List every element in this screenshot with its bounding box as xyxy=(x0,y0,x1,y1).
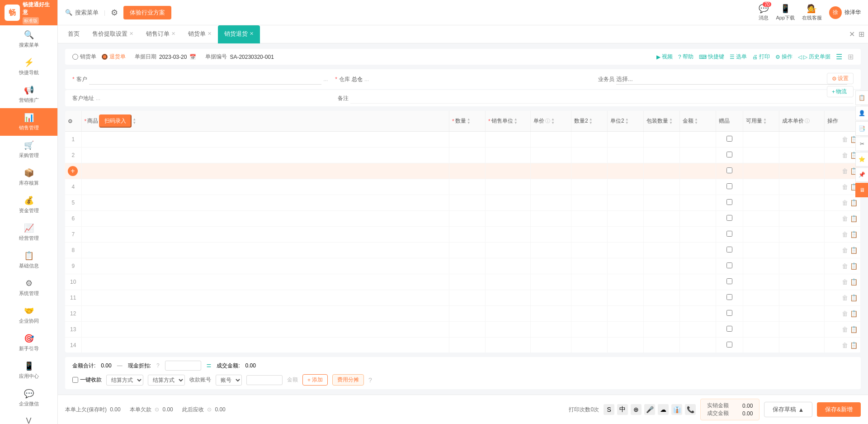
price-cell[interactable] xyxy=(531,179,571,195)
available-cell[interactable] xyxy=(743,274,779,290)
cost-price-cell[interactable] xyxy=(779,211,825,227)
gift-checkbox[interactable] xyxy=(726,294,732,300)
cost-price-cell[interactable] xyxy=(779,179,825,195)
right-btn-7[interactable]: 🖥 xyxy=(855,183,868,197)
unit2-cell[interactable] xyxy=(608,195,644,211)
quantity-input[interactable] xyxy=(452,168,482,174)
sidebar-item-enterprise[interactable]: 🤝 企业协同 xyxy=(0,301,57,329)
delete-row-icon[interactable]: 🗑 xyxy=(842,215,848,222)
message-btn[interactable]: 💬 70 消息 xyxy=(759,4,769,21)
add-row-btn[interactable]: + xyxy=(68,166,78,176)
sidebar-item-purchase[interactable]: 🛒 采购管理 xyxy=(0,136,57,163)
unit-cell[interactable] xyxy=(486,195,531,211)
qty2-cell[interactable] xyxy=(571,227,608,243)
print-btn[interactable]: 🖨 打印 xyxy=(752,53,770,61)
available-cell[interactable] xyxy=(743,258,779,274)
account-select[interactable]: 账号 xyxy=(216,375,242,386)
copy-row-icon[interactable]: 📋 xyxy=(850,247,858,254)
product-input[interactable] xyxy=(85,279,447,285)
packqty-cell[interactable] xyxy=(644,258,680,274)
copy-row-icon[interactable]: 📋 xyxy=(850,326,858,333)
unit-cell[interactable] xyxy=(486,243,531,258)
price-info-icon[interactable]: ⓘ xyxy=(545,118,550,124)
quantity-cell[interactable] xyxy=(449,258,486,274)
tab-price-setting[interactable]: 售价提取设置 ✕ xyxy=(86,25,140,43)
available-cell[interactable] xyxy=(743,179,779,195)
packqty-cell[interactable] xyxy=(644,243,680,258)
quantity-cell[interactable] xyxy=(449,211,486,227)
product-cell[interactable] xyxy=(81,306,449,322)
quantity-input[interactable] xyxy=(452,231,482,238)
sidebar-item-sales[interactable]: 📊 销售管理 xyxy=(0,108,57,136)
quantity-input[interactable] xyxy=(452,310,482,317)
quantity-input[interactable] xyxy=(452,247,482,253)
online-service-btn[interactable]: 💁 在线客服 xyxy=(802,4,822,21)
qty2-cell[interactable] xyxy=(571,274,608,290)
add-btn[interactable]: + 添加 xyxy=(302,374,328,386)
amount-cell[interactable] xyxy=(680,179,716,195)
price-cell[interactable] xyxy=(531,258,571,274)
unit-cell[interactable] xyxy=(486,290,531,306)
user-menu[interactable]: 徐 徐泽华 xyxy=(829,6,861,19)
unit-cell[interactable] xyxy=(486,211,531,227)
packqty-cell[interactable] xyxy=(644,148,680,163)
quantity-input[interactable] xyxy=(452,279,482,285)
address-dots[interactable]: ... xyxy=(96,95,100,101)
sidebar-item-search-menu[interactable]: 🔍 搜索菜单 xyxy=(0,25,57,53)
tab-sales-return[interactable]: 销货退货 ✕ xyxy=(218,25,260,43)
unit-cell[interactable] xyxy=(486,148,531,163)
app-download-btn[interactable]: 📱 App下载 xyxy=(776,4,795,21)
cost-price-cell[interactable] xyxy=(779,290,825,306)
copy-row-icon[interactable]: 📋 xyxy=(850,262,858,270)
salesperson-input[interactable] xyxy=(616,74,847,85)
packqty-cell[interactable] xyxy=(644,306,680,322)
quantity-input[interactable] xyxy=(452,342,482,348)
available-cell[interactable] xyxy=(743,306,779,322)
cost-price-cell[interactable] xyxy=(779,227,825,243)
available-cell[interactable] xyxy=(743,227,779,243)
unit-cell[interactable] xyxy=(486,179,531,195)
amount-cell[interactable] xyxy=(680,338,716,353)
price-cell[interactable] xyxy=(531,274,571,290)
cost-price-cell[interactable] xyxy=(779,322,825,338)
video-btn[interactable]: ▶ 视频 xyxy=(656,53,673,61)
sidebar-item-inventory[interactable]: 📦 库存核算 xyxy=(0,163,57,191)
price-cell[interactable] xyxy=(531,195,571,211)
price-cell[interactable] xyxy=(531,148,571,163)
gift-cell[interactable] xyxy=(716,322,743,338)
expense-split-btn[interactable]: 费用分摊 xyxy=(332,374,364,386)
tool-2[interactable]: 中 xyxy=(617,404,628,415)
sidebar-item-operations[interactable]: 📈 经营管理 xyxy=(0,219,57,246)
save-new-btn[interactable]: 保存&新增 xyxy=(817,402,861,417)
amount-sort[interactable]: ▲▼ xyxy=(694,118,698,125)
packqty-cell[interactable] xyxy=(644,179,680,195)
product-cell[interactable] xyxy=(81,290,449,306)
product-cell[interactable] xyxy=(81,258,449,274)
copy-row-icon[interactable]: 📋 xyxy=(850,231,858,238)
tool-1[interactable]: S xyxy=(604,404,614,415)
tab-sales-delivery-close[interactable]: ✕ xyxy=(208,31,212,37)
qty2-cell[interactable] xyxy=(571,290,608,306)
unit-cell[interactable] xyxy=(486,163,531,179)
packqty-cell[interactable] xyxy=(644,227,680,243)
tab-sales-order[interactable]: 销售订单 ✕ xyxy=(140,25,182,43)
product-cell[interactable] xyxy=(81,274,449,290)
gift-cell[interactable] xyxy=(716,148,743,163)
tab-expand-btn[interactable]: ⊞ xyxy=(859,30,864,38)
gift-checkbox[interactable] xyxy=(726,247,732,252)
radio-return[interactable]: 退货单 xyxy=(102,53,126,61)
gift-checkbox[interactable] xyxy=(726,342,732,348)
unit2-cell[interactable] xyxy=(608,322,644,338)
amount-cell[interactable] xyxy=(680,132,716,148)
product-cell[interactable] xyxy=(81,132,449,148)
packqty-cell[interactable] xyxy=(644,290,680,306)
quantity-cell[interactable] xyxy=(449,274,486,290)
help-btn[interactable]: ? 帮助 xyxy=(678,53,693,61)
unit2-cell[interactable] xyxy=(608,211,644,227)
available-cell[interactable] xyxy=(743,195,779,211)
amount-cell[interactable] xyxy=(680,195,716,211)
qty2-cell[interactable] xyxy=(571,243,608,258)
save-draft-btn[interactable]: 保存草稿 ▲ xyxy=(764,402,812,417)
product-input[interactable] xyxy=(85,310,447,317)
price-cell[interactable] xyxy=(531,290,571,306)
